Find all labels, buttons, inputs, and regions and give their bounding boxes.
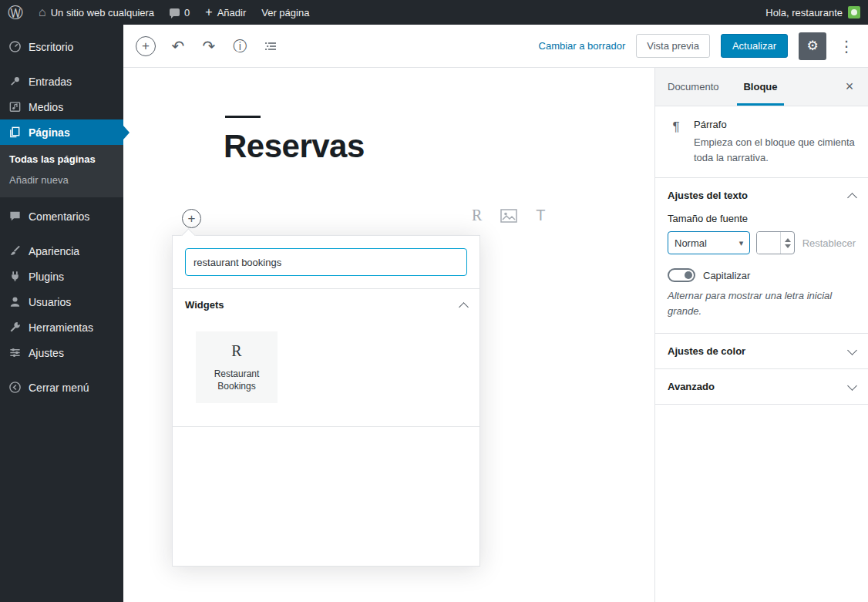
info-icon[interactable]: ⓘ: [228, 35, 251, 58]
sidebar-item-label: Herramientas: [29, 321, 93, 334]
font-size-label: Tamaño de fuente: [668, 213, 856, 224]
sidebar-item-entradas[interactable]: Entradas: [0, 69, 123, 94]
media-icon: [8, 100, 22, 113]
settings-gear-button[interactable]: ⚙: [799, 32, 826, 60]
chevron-up-icon: [459, 302, 469, 312]
advanced-header[interactable]: Avanzado: [655, 369, 868, 404]
sidebar-item-label: Apariencia: [29, 245, 79, 257]
editor-toolbar-right: Cambiar a borrador Vista previa Actualiz…: [539, 32, 856, 60]
text-settings-header[interactable]: Ajustes del texto: [655, 178, 868, 213]
comments-count: 0: [184, 7, 190, 18]
block-inserter-button[interactable]: +: [182, 209, 201, 228]
chevron-up-icon: [847, 193, 857, 203]
stepper-up-icon[interactable]: [785, 238, 791, 242]
sidebar-item-label: Páginas: [29, 126, 70, 139]
submenu-item-todas-las-paginas[interactable]: Todas las páginas: [0, 149, 123, 170]
sidebar-item-paginas[interactable]: Páginas: [0, 119, 123, 145]
sidebar-item-cerrar-menu[interactable]: Cerrar menú: [0, 375, 123, 400]
sidebar-item-comentarios[interactable]: Comentarios: [0, 203, 123, 229]
sidebar-item-ajustes[interactable]: Ajustes: [0, 340, 123, 365]
add-block-button[interactable]: +: [136, 36, 156, 56]
collapse-arrow-icon: [8, 381, 22, 394]
submenu-item-anadir-nueva[interactable]: Añadir nueva: [0, 170, 123, 190]
dashboard-icon: [8, 40, 22, 53]
user-icon: [8, 295, 22, 308]
home-icon: ⌂: [39, 6, 46, 18]
editor-toolbar: + ↶ ↷ ⓘ Cambiar a borrador Vista previa …: [123, 25, 868, 68]
sidebar-item-label: Cerrar menú: [29, 382, 89, 394]
site-name-label: Un sitio web cualquiera: [51, 7, 154, 18]
admin-bar-right: Hola, restaurante: [765, 6, 868, 18]
comments-link[interactable]: 0: [162, 0, 197, 25]
image-block-icon[interactable]: [500, 209, 517, 223]
sidebar-item-label: Medios: [29, 101, 63, 113]
tab-documento[interactable]: Documento: [655, 68, 731, 106]
sidebar-item-usuarios[interactable]: Usuarios: [0, 289, 123, 314]
chevron-down-icon: ▾: [739, 238, 744, 248]
settings-sidebar: Documento Bloque × ¶ Párrafo Empieza con…: [654, 68, 868, 602]
dropcap-label: Capitalizar: [703, 270, 750, 281]
advanced-title: Avanzado: [668, 381, 715, 392]
text-settings-panel: Ajustes del texto Tamaño de fuente Norma…: [655, 177, 868, 333]
font-size-stepper: [780, 232, 794, 254]
site-name-link[interactable]: ⌂ Un sitio web cualquiera: [31, 0, 162, 25]
block-card-text: Párrafo Empieza con el bloque que cimien…: [694, 119, 856, 165]
dropcap-help-text: Alternar para mostrar una letra inicial …: [668, 288, 856, 319]
font-size-selected-value: Normal: [675, 237, 707, 249]
sidebar-item-escritorio[interactable]: Escritorio: [0, 34, 123, 59]
tab-bloque[interactable]: Bloque: [731, 68, 789, 106]
sidebar-item-herramientas[interactable]: Herramientas: [0, 314, 123, 340]
inserter-search-wrap: [173, 236, 479, 288]
sidebar-item-medios[interactable]: Medios: [0, 94, 123, 119]
new-content-label: Añadir: [217, 7, 247, 18]
new-content-link[interactable]: + Añadir: [197, 0, 254, 25]
editor-canvas: Reservas + R T Widgets R Restaurant Book…: [123, 68, 654, 602]
block-search-input[interactable]: [185, 248, 467, 276]
font-size-select[interactable]: Normal ▾: [668, 231, 750, 254]
comments-bubble-icon: [8, 210, 22, 223]
restaurant-bookings-icon: R: [231, 342, 241, 360]
color-settings-panel: Ajustes de color: [655, 333, 868, 368]
wrench-icon: [8, 321, 22, 334]
settings-sliders-icon: [8, 346, 22, 359]
switch-to-draft-link[interactable]: Cambiar a borrador: [539, 40, 626, 52]
wordpress-menu-button[interactable]: Ⓦ: [0, 0, 31, 25]
chevron-down-icon: [847, 345, 857, 355]
quick-block-icons: R T: [472, 207, 546, 224]
more-options-icon[interactable]: ⋮: [837, 37, 856, 55]
font-size-number-wrap: [756, 231, 794, 254]
sidebar-item-label: Plugins: [29, 271, 64, 283]
page-title[interactable]: Reservas: [224, 128, 365, 165]
view-page-link[interactable]: Ver página: [254, 0, 317, 25]
pages-icon: [8, 126, 22, 139]
close-sidebar-icon[interactable]: ×: [839, 76, 860, 98]
widgets-section-header[interactable]: Widgets: [173, 288, 479, 321]
pin-icon: [8, 75, 22, 88]
dropcap-toggle[interactable]: [668, 268, 695, 282]
sidebar-menu: Escritorio Entradas Medios Páginas Todas…: [0, 25, 123, 602]
sidebar-item-apariencia[interactable]: Apariencia: [0, 238, 123, 264]
admin-bar: Ⓦ ⌂ Un sitio web cualquiera 0 + Añadir V…: [0, 0, 868, 25]
undo-icon[interactable]: ↶: [167, 35, 190, 58]
stepper-down-icon[interactable]: [785, 244, 791, 248]
list-view-icon[interactable]: [259, 35, 282, 58]
block-item-label: Restaurant Bookings: [200, 368, 273, 392]
font-size-number-input[interactable]: [757, 232, 780, 254]
preview-button[interactable]: Vista previa: [636, 34, 710, 58]
sidebar-item-label: Comentarios: [29, 210, 89, 223]
plus-icon: +: [205, 6, 212, 18]
text-block-icon[interactable]: T: [536, 207, 545, 224]
block-inserter-popup: Widgets R Restaurant Bookings: [172, 235, 480, 567]
chevron-down-icon: [847, 381, 857, 391]
restaurant-bookings-block-item[interactable]: R Restaurant Bookings: [196, 331, 278, 403]
color-settings-header[interactable]: Ajustes de color: [655, 334, 868, 368]
restaurant-bookings-block-icon[interactable]: R: [472, 207, 482, 224]
settings-tabs: Documento Bloque ×: [655, 68, 868, 106]
redo-icon[interactable]: ↷: [197, 35, 220, 58]
user-avatar[interactable]: [848, 6, 860, 18]
sidebar-item-plugins[interactable]: Plugins: [0, 264, 123, 289]
update-button[interactable]: Actualizar: [721, 34, 788, 58]
sidebar-item-label: Entradas: [29, 76, 72, 88]
greeting-link[interactable]: Hola, restaurante: [765, 7, 843, 18]
sidebar-item-label: Usuarios: [29, 296, 71, 308]
